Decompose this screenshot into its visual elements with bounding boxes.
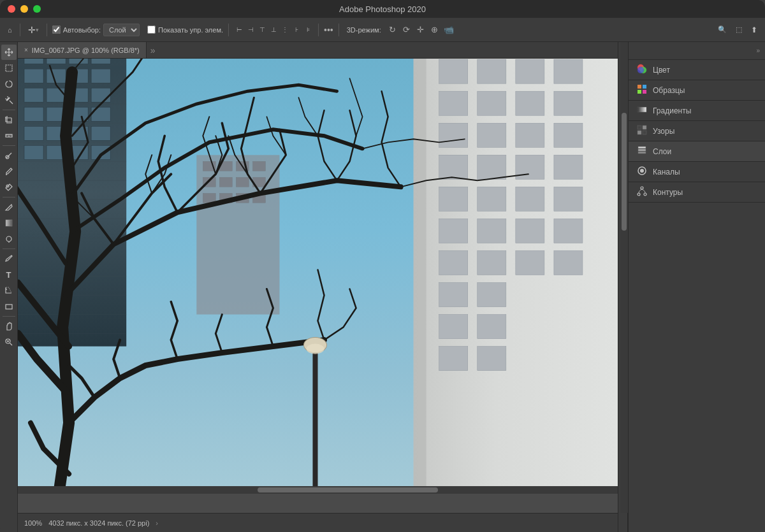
distribute-icon[interactable]: ⊧	[303, 25, 313, 35]
svg-rect-119	[643, 90, 646, 94]
shape-tool[interactable]	[1, 299, 17, 314]
align-center-v-icon[interactable]: ⋮	[280, 25, 290, 35]
autoselect-select[interactable]: Слой	[103, 24, 140, 36]
svg-rect-110	[312, 347, 317, 494]
canvas-content[interactable]	[18, 59, 618, 513]
hand-tool[interactable]	[1, 319, 17, 334]
svg-point-12	[6, 236, 11, 241]
show-transform-checkbox[interactable]	[147, 25, 156, 34]
color-panel-section[interactable]: Цвет	[629, 60, 765, 80]
align-icons-group: ⊢ ⊣ ⊤ ⊥ ⋮ ⊦ ⊧	[234, 25, 313, 35]
gradients-panel-section[interactable]: Градиенты	[629, 101, 765, 121]
tab-close-button[interactable]: ×	[24, 47, 28, 54]
svg-rect-68	[477, 91, 506, 115]
channels-panel-icon	[636, 166, 648, 178]
channels-panel-section[interactable]: Каналы	[629, 162, 765, 182]
svg-rect-73	[516, 123, 544, 147]
window-controls[interactable]	[8, 5, 41, 13]
stamp-tool[interactable]	[1, 180, 17, 195]
autoselect-checkbox[interactable]	[52, 25, 61, 34]
close-button[interactable]	[8, 5, 15, 13]
svg-rect-65	[516, 59, 544, 83]
align-top-icon[interactable]: ⊥	[268, 25, 279, 35]
svg-rect-89	[516, 250, 544, 275]
align-bottom-icon[interactable]: ⊦	[291, 25, 302, 35]
channels-panel-label: Каналы	[653, 168, 757, 176]
pen-tool[interactable]	[1, 251, 17, 266]
measure-tool[interactable]	[1, 128, 17, 143]
reset-3d-icon[interactable]: ⟳	[402, 25, 412, 35]
layers-panel-section[interactable]: Слои	[629, 141, 765, 162]
svg-rect-90	[554, 250, 583, 275]
patterns-panel-section[interactable]: Узоры	[629, 121, 765, 141]
type-tool[interactable]: T	[1, 267, 17, 282]
crop-tool[interactable]	[1, 112, 17, 127]
svg-point-129	[640, 169, 644, 173]
home-button[interactable]: ⌂	[5, 25, 15, 35]
svg-rect-116	[638, 85, 641, 89]
move-cursor-icon: ✛	[28, 25, 36, 35]
tab-title: IMG_0067.JPG @ 100% (RGB/8*)	[32, 47, 140, 54]
heal-tool[interactable]	[1, 148, 17, 163]
lasso-tool[interactable]	[1, 76, 17, 92]
svg-rect-123	[638, 131, 641, 134]
svg-rect-121	[638, 126, 641, 129]
canvas-area: × IMG_0067.JPG @ 100% (RGB/8*) »	[18, 42, 618, 532]
dodge-tool[interactable]	[1, 231, 17, 247]
orbit-3d-icon[interactable]: ✛	[416, 25, 426, 35]
canvas-image	[18, 59, 618, 494]
rotate-3d-icon[interactable]: ↻	[388, 25, 398, 35]
window-icon: ⬚	[736, 25, 742, 34]
zoom-tool[interactable]	[1, 334, 17, 350]
vertical-scroll-thumb[interactable]	[622, 113, 627, 231]
document-tab[interactable]: × IMG_0067.JPG @ 100% (RGB/8*)	[18, 42, 147, 58]
svg-rect-120	[638, 107, 646, 112]
align-left-icon[interactable]: ⊢	[234, 25, 244, 35]
maximize-button[interactable]	[33, 5, 41, 13]
brush-tool[interactable]	[1, 164, 17, 179]
tab-more-button[interactable]: »	[147, 45, 159, 55]
svg-rect-30	[24, 88, 43, 102]
move-tool-btn[interactable]: ✛ ▾	[26, 24, 41, 36]
path-select-tool[interactable]	[1, 283, 17, 298]
eraser-tool[interactable]	[1, 199, 17, 215]
svg-rect-101	[252, 161, 265, 171]
right-panel: » Цвет Образцы	[628, 42, 765, 532]
minimize-button[interactable]	[20, 5, 28, 13]
svg-rect-64	[477, 59, 506, 83]
toolbar-sep-4	[318, 24, 319, 36]
svg-rect-29	[91, 69, 110, 83]
svg-rect-124	[643, 131, 646, 134]
svg-rect-78	[554, 155, 583, 179]
status-arrow[interactable]: ›	[156, 519, 158, 527]
pan-3d-icon[interactable]: ⊕	[430, 25, 440, 35]
svg-rect-31	[47, 88, 66, 102]
more-options-icon[interactable]: •••	[324, 25, 333, 35]
svg-point-131	[641, 187, 643, 189]
svg-rect-67	[439, 91, 468, 115]
tool-sep-2	[3, 145, 15, 146]
tool-sep-4	[3, 248, 15, 249]
vertical-scrollbar[interactable]	[620, 42, 628, 513]
share-button[interactable]: ⬆	[748, 24, 760, 36]
magic-wand-tool[interactable]	[1, 92, 17, 108]
search-button[interactable]: 🔍	[715, 24, 729, 35]
panel-header-dots[interactable]: »	[756, 47, 760, 54]
horizontal-scrollbar[interactable]	[18, 486, 618, 494]
window-button[interactable]: ⬚	[733, 24, 745, 35]
move-tool[interactable]	[1, 45, 17, 60]
color-panel-icon	[636, 64, 648, 76]
horizontal-scroll-thumb[interactable]	[258, 487, 437, 492]
selection-tool[interactable]	[1, 61, 17, 76]
app-title: Adobe Photoshop 2020	[339, 4, 426, 14]
align-center-h-icon[interactable]: ⊣	[245, 25, 256, 35]
swatches-panel-label: Образцы	[653, 86, 757, 95]
tools-panel: T	[0, 42, 18, 532]
gradient-tool[interactable]	[1, 215, 17, 231]
paths-panel-label: Контуры	[653, 188, 757, 197]
align-right-icon[interactable]: ⊤	[257, 25, 267, 35]
camera-3d-icon[interactable]: 📹	[444, 25, 454, 35]
swatches-panel-section[interactable]: Образцы	[629, 80, 765, 101]
paths-panel-section[interactable]: Контуры	[629, 182, 765, 203]
swatches-panel-icon	[636, 84, 648, 96]
